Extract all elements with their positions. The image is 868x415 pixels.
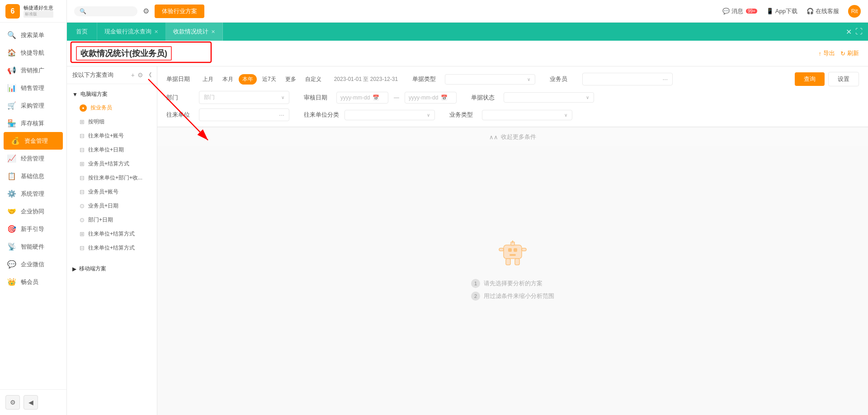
tab-close-all-button[interactable]: ✕ <box>846 28 852 36</box>
collapse-up-icon: ∧∧ <box>489 134 498 141</box>
unit-more-icon[interactable]: ··· <box>279 111 284 118</box>
scheme-item-unit-settle2[interactable]: ⊟ 往来单位+结算方式 <box>67 241 157 255</box>
scheme-item-sales-account[interactable]: ⊟ 业务员+账号 <box>67 185 157 199</box>
receipt-tab-close[interactable]: ✕ <box>211 29 215 35</box>
tab-maximize-button[interactable]: ⛶ <box>855 28 863 36</box>
date-tab-this-month[interactable]: 本月 <box>219 74 237 85</box>
sidebar-settings-button[interactable]: ⚙ <box>5 395 20 410</box>
biz-type-chevron: ∨ <box>564 113 567 118</box>
hardware-icon: 📡 <box>7 242 16 251</box>
online-service-label: 在线客服 <box>816 7 839 15</box>
scheme-item-unit-account[interactable]: ⊟ 往来单位+账号 <box>67 129 157 143</box>
sidebar-item-search[interactable]: 🔍 搜索菜单 <box>0 26 66 44</box>
scheme-section-mobile: ▶ 移动端方案 <box>67 259 157 279</box>
scheme-group-mobile[interactable]: ▶ 移动端方案 <box>67 262 157 275</box>
date-tab-last-month[interactable]: 上月 <box>199 74 217 85</box>
sidebar-item-marketing[interactable]: 📢 营销推广 <box>0 61 66 79</box>
unit-select[interactable]: ··· <box>199 108 289 121</box>
sales-icon: 📊 <box>7 84 16 92</box>
content-area: 收款情况统计(按业务员) ↑ 导出 ↻ 刷新 按以下方案查询 + <box>67 41 868 415</box>
date-tab-this-year[interactable]: 本年 <box>239 74 257 85</box>
review-date-start[interactable]: yyyy-mm-dd 📅 <box>336 92 388 104</box>
sidebar-item-quicknav[interactable]: 🏠 快捷导航 <box>0 44 66 61</box>
salesperson-label: 业务员 <box>550 75 577 83</box>
scheme-group-desktop[interactable]: ▼ 电脑端方案 <box>67 88 157 101</box>
table-icon5: ⊟ <box>80 245 85 251</box>
sidebar-item-enterprise[interactable]: 🤝 企业协同 <box>0 203 66 220</box>
table-icon: ⊟ <box>80 132 85 139</box>
review-date-end[interactable]: yyyy-mm-dd 📅 <box>405 92 457 104</box>
scheme-item-by-salesperson[interactable]: ● 按业务员 <box>67 101 157 115</box>
sidebar-item-system[interactable]: ⚙️ 系统管理 <box>0 185 66 203</box>
purchase-icon: 🛒 <box>7 101 16 110</box>
query-button[interactable]: 查询 <box>795 72 825 86</box>
more-dots-icon[interactable]: ··· <box>662 75 668 83</box>
topbar: 🔍 ⚙ 体验行业方案 💬 消息 99+ 📱 App下载 🎧 在线客服 Rit <box>67 0 868 23</box>
left-panel-title: 按以下方案查询 <box>72 71 113 79</box>
left-panel-icons: + ⚙ 《 <box>131 71 151 79</box>
scheme-item-sales-date[interactable]: ⊙ 业务员+日期 <box>67 199 157 213</box>
sidebar-item-finance[interactable]: 💰 资金管理 <box>4 132 63 150</box>
logo-area: 6 畅捷通好生意 标准版 <box>0 0 66 23</box>
dept-select[interactable]: 部门 ∨ <box>199 91 289 104</box>
table-icon4: ⊟ <box>80 189 85 195</box>
receipt-tab-label: 收款情况统计 <box>173 28 208 36</box>
marketing-icon: 📢 <box>7 66 16 75</box>
bankflow-tab-close[interactable]: ✕ <box>154 29 158 35</box>
sidebar-item-vip[interactable]: 👑 畅会员 <box>0 273 66 291</box>
collapse-label: 收起更多条件 <box>501 133 536 141</box>
scheme-item-unit-settle1[interactable]: ⊞ 往来单位+结算方式 <box>67 227 157 241</box>
sidebar-item-warehouse[interactable]: 🏪 库存核算 <box>0 114 66 132</box>
dept-label: 部门 <box>166 94 193 102</box>
sidebar-item-operation[interactable]: 📈 经营管理 <box>0 150 66 167</box>
collapse-more-bar[interactable]: ∧∧ 收起更多条件 <box>157 127 868 146</box>
export-button[interactable]: ↑ 导出 <box>819 49 835 57</box>
date-tab-custom[interactable]: 自定义 <box>302 74 325 85</box>
tab-home[interactable]: 首页 <box>67 23 97 41</box>
panel-collapse-button[interactable]: 《 <box>146 71 151 79</box>
tip-num-2: 2 <box>471 292 480 301</box>
tab-bankflow[interactable]: 现金银行流水查询 ✕ <box>97 23 166 41</box>
scheme-item-label: 往来单位+结算方式 <box>88 230 135 238</box>
sidebar-item-purchase[interactable]: 🛒 采购管理 <box>0 97 66 114</box>
tabbar: 首页 现金银行流水查询 ✕ 收款情况统计 ✕ ✕ ⛶ <box>67 23 868 41</box>
topbar-search[interactable]: 🔍 <box>74 6 137 16</box>
setting-button[interactable]: 设置 <box>828 72 859 86</box>
scheme-item-dept-date[interactable]: ⊙ 部门+日期 <box>67 213 157 227</box>
sidebar-collapse-button[interactable]: ◀ <box>24 395 38 410</box>
trial-button[interactable]: 体验行业方案 <box>155 5 204 18</box>
date-dash: — <box>394 94 399 101</box>
user-avatar[interactable]: Rit <box>848 5 861 18</box>
scheme-item-sales-settle[interactable]: ⊞ 业务员+结算方式 <box>67 157 157 171</box>
scheme-item-label: 按业务员 <box>90 104 112 112</box>
salesperson-select[interactable]: ··· <box>582 73 673 85</box>
tip-text-2: 用过滤条件来缩小分析范围 <box>484 292 554 300</box>
scheme-item-unit-dept[interactable]: ⊟ 按往来单位+部门+收... <box>67 171 157 185</box>
app-download-button[interactable]: 📱 App下载 <box>766 7 797 15</box>
messages-badge: 99+ <box>746 9 757 14</box>
scheme-item-by-detail[interactable]: ⊞ 按明细 <box>67 115 157 129</box>
doc-status-select[interactable]: ∨ <box>504 92 594 103</box>
sidebar-item-hardware[interactable]: 📡 智能硬件 <box>0 238 66 255</box>
sidebar-item-guide[interactable]: 🎯 新手引导 <box>0 220 66 238</box>
tab-receipt[interactable]: 收款情况统计 ✕ <box>166 23 223 41</box>
guide-icon: 🎯 <box>7 225 16 233</box>
refresh-button[interactable]: ↻ 刷新 <box>840 49 859 57</box>
unit-category-select[interactable]: ∨ <box>344 110 435 120</box>
topbar-gear-icon[interactable]: ⚙ <box>143 7 149 15</box>
sidebar-item-sales[interactable]: 📊 销售管理 <box>0 79 66 97</box>
biz-type-select[interactable]: ∨ <box>482 110 572 120</box>
scheme-item-unit-date[interactable]: ⊟ 往来单位+日期 <box>67 143 157 157</box>
doc-type-select[interactable]: ∨ <box>445 74 535 85</box>
date-tab-last7[interactable]: 近7天 <box>259 74 280 85</box>
scheme-settings-button[interactable]: ⚙ <box>137 71 143 79</box>
bar-icon: ⊞ <box>80 160 85 167</box>
messages-button[interactable]: 💬 消息 99+ <box>722 7 757 15</box>
date-tab-more[interactable]: 更多 <box>282 74 300 85</box>
online-service-button[interactable]: 🎧 在线客服 <box>807 7 839 15</box>
sidebar-item-label: 库存核算 <box>21 119 44 127</box>
sidebar-item-wechat[interactable]: 💬 企业微信 <box>0 255 66 273</box>
add-scheme-button[interactable]: + <box>131 71 135 79</box>
sidebar-item-basic[interactable]: 📋 基础信息 <box>0 167 66 185</box>
svg-rect-5 <box>512 241 513 243</box>
